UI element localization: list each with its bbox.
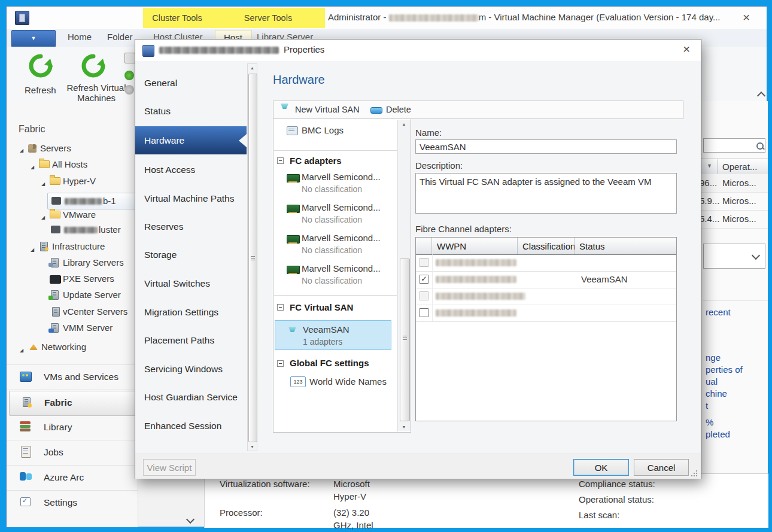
expand-icon[interactable]: ◢ bbox=[41, 181, 45, 187]
nav-fabric-selected[interactable]: Fabric bbox=[9, 391, 138, 416]
new-virtual-san-button[interactable]: New Virtual SAN bbox=[295, 105, 360, 114]
nav-library[interactable]: Library bbox=[7, 416, 138, 440]
ok-button[interactable]: OK bbox=[573, 459, 629, 476]
dialog-nav-virtual-switches[interactable]: Virtual Switches bbox=[135, 269, 247, 297]
link-fragment[interactable]: nge bbox=[706, 352, 721, 363]
ribbon-tab-home[interactable]: Home bbox=[68, 32, 92, 42]
tree-item-fc-adapter[interactable]: Marvell Semicond... No classification bbox=[273, 263, 397, 292]
expand-icon[interactable]: ◢ bbox=[41, 215, 45, 220]
sidebar-item-servers[interactable]: Servers bbox=[40, 143, 71, 153]
tree-item-bmc-logs[interactable]: BMC Logs bbox=[302, 125, 344, 135]
column-header-wwpn[interactable]: WWPN bbox=[432, 238, 518, 254]
nav-settings[interactable]: ✓ Settings bbox=[7, 491, 138, 515]
dialog-nav-status[interactable]: Status bbox=[135, 97, 247, 125]
link-fragment[interactable]: perties of bbox=[706, 364, 743, 375]
dialog-nav-hardware-selected[interactable]: Hardware bbox=[135, 126, 247, 154]
scroll-down-icon[interactable]: ▼ bbox=[398, 425, 410, 429]
scroll-down-icon[interactable]: ▼ bbox=[248, 445, 257, 449]
tree-item-world-wide-names[interactable]: World Wide Names bbox=[309, 376, 387, 387]
refresh-button[interactable]: Refresh bbox=[20, 51, 62, 99]
scroll-up-icon[interactable]: ▲ bbox=[248, 66, 257, 70]
nav-vms-and-services[interactable]: VMs and Services bbox=[7, 366, 138, 390]
results-row[interactable]: 5.4... Micros... bbox=[698, 210, 768, 229]
name-input[interactable] bbox=[415, 139, 677, 154]
dialog-nav-storage[interactable]: Storage bbox=[135, 241, 247, 269]
table-row[interactable]: ✓ VeeamSAN bbox=[416, 271, 676, 288]
collapse-expander-icon[interactable] bbox=[277, 304, 284, 311]
link-fragment[interactable]: chine bbox=[706, 388, 727, 399]
collapse-expander-icon[interactable] bbox=[277, 360, 284, 367]
description-input[interactable]: This Virtual FC SAN adapter is assigned … bbox=[415, 173, 677, 214]
tree-group-global-fc[interactable]: Global FC settings bbox=[290, 358, 369, 368]
link-fragment[interactable]: t bbox=[706, 400, 708, 411]
dialog-nav-host-access[interactable]: Host Access bbox=[135, 156, 247, 184]
row-checkbox-unchecked[interactable] bbox=[420, 308, 428, 317]
link-fragment[interactable]: ual bbox=[706, 376, 718, 387]
resize-grip[interactable] bbox=[691, 470, 698, 477]
column-header-status[interactable]: Status bbox=[575, 238, 676, 254]
dialog-nav-servicing-windows[interactable]: Servicing Windows bbox=[135, 355, 247, 383]
sidebar-item-networking[interactable]: Networking bbox=[41, 342, 86, 352]
context-tab-cluster-tools[interactable]: Cluster Tools bbox=[143, 8, 211, 28]
dialog-nav-scrollbar[interactable]: ▲ ▼ bbox=[247, 63, 257, 451]
collapse-expander-icon[interactable] bbox=[277, 157, 284, 164]
dialog-nav-migration-settings[interactable]: Migration Settings bbox=[135, 298, 247, 326]
expand-icon[interactable]: ◢ bbox=[20, 348, 23, 353]
dialog-nav-reserves[interactable]: Reserves bbox=[135, 212, 247, 241]
scrollbar-thumb[interactable] bbox=[248, 74, 257, 442]
tree-group-fc-virtual-san[interactable]: FC Virtual SAN bbox=[290, 302, 353, 312]
sidebar-item-vmware[interactable]: VMware bbox=[63, 209, 96, 220]
dialog-nav-enhanced-session[interactable]: Enhanced Session bbox=[135, 412, 247, 440]
cancel-button[interactable]: Cancel bbox=[634, 459, 689, 476]
window-close-button[interactable]: × bbox=[743, 10, 750, 25]
sidebar-collapse-chevron[interactable] bbox=[186, 515, 194, 524]
sidebar-item-vmm-server[interactable]: VMM Server bbox=[63, 323, 113, 333]
sidebar-item-vcenter-servers[interactable]: vCenter Servers bbox=[63, 306, 127, 317]
nav-azure-arc[interactable]: Azure Arc bbox=[7, 466, 138, 490]
scroll-up-icon[interactable]: ▲ bbox=[398, 122, 410, 126]
dialog-nav-vm-paths[interactable]: Virtual Machine Paths bbox=[135, 184, 247, 212]
delete-button[interactable]: Delete bbox=[386, 105, 411, 114]
refresh-virtual-machines-button[interactable]: Refresh Virtual Machines bbox=[63, 51, 129, 102]
dialog-nav-custom-properties[interactable]: Custom Properties bbox=[135, 444, 247, 454]
search-input[interactable] bbox=[703, 138, 765, 153]
dialog-nav-general[interactable]: General bbox=[135, 69, 247, 97]
checkbox-column-header[interactable] bbox=[416, 238, 432, 254]
row-checkbox-checked[interactable]: ✓ bbox=[420, 275, 428, 284]
filter-dropdown-icon[interactable]: ▼ bbox=[707, 163, 712, 169]
app-menu-button[interactable]: ▼ bbox=[11, 30, 56, 47]
small-ribbon-icon[interactable] bbox=[124, 53, 135, 63]
table-row[interactable] bbox=[416, 254, 676, 272]
table-row[interactable] bbox=[416, 288, 676, 305]
dialog-nav-host-guardian[interactable]: Host Guardian Service bbox=[135, 383, 247, 411]
sidebar-item-library-servers[interactable]: Library Servers bbox=[63, 257, 124, 267]
expand-icon[interactable]: ◢ bbox=[20, 148, 23, 153]
sidebar-item-infrastructure[interactable]: Infrastructure bbox=[52, 241, 105, 251]
dialog-close-button[interactable]: × bbox=[683, 42, 690, 56]
context-tab-server-tools[interactable]: Server Tools bbox=[211, 8, 325, 28]
sidebar-item-host-selected[interactable]: b-1 bbox=[47, 193, 138, 209]
expand-icon[interactable]: ◢ bbox=[31, 165, 34, 170]
tree-item-veeamsan-selected[interactable]: VeeamSAN 1 adapters bbox=[275, 320, 391, 350]
gear-icon[interactable] bbox=[124, 71, 134, 80]
column-header-classification[interactable]: Classification bbox=[518, 238, 575, 254]
sidebar-item-update-server[interactable]: Update Server bbox=[63, 290, 121, 300]
results-row[interactable]: 5.9... Micros... bbox=[698, 192, 768, 211]
sidebar-item-all-hosts[interactable]: All Hosts bbox=[52, 159, 87, 169]
ribbon-tab-folder[interactable]: Folder bbox=[107, 32, 133, 42]
sidebar-item-pxe-servers[interactable]: PXE Servers bbox=[63, 273, 114, 284]
expand-icon[interactable]: ◢ bbox=[31, 247, 34, 253]
tree-scrollbar[interactable]: ▲ ▼ bbox=[397, 120, 411, 431]
details-expander[interactable] bbox=[703, 244, 765, 269]
tree-group-fc-adapters[interactable]: FC adapters bbox=[290, 156, 342, 166]
table-row[interactable] bbox=[416, 305, 676, 322]
tree-item-fc-adapter[interactable]: Marvell Semicond... No classification bbox=[273, 202, 397, 231]
nav-jobs[interactable]: Jobs bbox=[7, 441, 138, 465]
tree-item-fc-adapter[interactable]: Marvell Semicond... No classification bbox=[273, 233, 397, 262]
results-header[interactable]: ▼ Operat... bbox=[698, 159, 768, 175]
sidebar-item-hyper-v[interactable]: Hyper-V bbox=[63, 176, 96, 186]
dialog-nav-placement-paths[interactable]: Placement Paths bbox=[135, 326, 247, 354]
tree-item-fc-adapter[interactable]: Marvell Semicond... No classification bbox=[273, 172, 397, 200]
link-fragment[interactable]: recent bbox=[706, 307, 731, 317]
results-row[interactable]: 96... Micros... bbox=[698, 174, 768, 193]
